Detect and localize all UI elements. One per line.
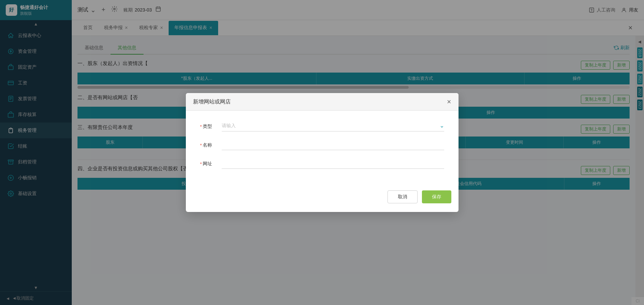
modal-type-row: * 类型 ⌄ xyxy=(200,121,444,131)
modal-type-input[interactable] xyxy=(222,121,439,130)
modal-header: 新增网站或网店 × xyxy=(186,93,459,111)
modal-field-type: * 类型 ⌄ xyxy=(200,121,444,131)
modal-name-row: * 名称 xyxy=(200,140,444,150)
modal-url-input-wrap xyxy=(222,159,444,169)
modal-name-input-wrap xyxy=(222,140,444,150)
modal-field-url: * 网址 xyxy=(200,159,444,169)
modal-url-input[interactable] xyxy=(222,159,444,167)
modal-type-input-wrap: ⌄ xyxy=(222,121,444,131)
modal-body: * 类型 ⌄ * 名称 xyxy=(186,111,459,185)
modal-title: 新增网站或网店 xyxy=(193,98,231,105)
cancel-btn[interactable]: 取消 xyxy=(387,190,418,203)
modal-url-label: * 网址 xyxy=(200,161,222,167)
modal-name-input[interactable] xyxy=(222,140,444,148)
save-btn[interactable]: 保存 xyxy=(422,190,451,203)
modal-type-label: * 类型 xyxy=(200,123,222,130)
url-required-star: * xyxy=(200,161,202,167)
modal-url-row: * 网址 xyxy=(200,159,444,169)
modal-close-btn[interactable]: × xyxy=(447,98,451,105)
modal-field-name: * 名称 xyxy=(200,140,444,150)
name-required-star: * xyxy=(200,143,202,148)
type-required-star: * xyxy=(200,124,202,129)
type-dropdown-icon[interactable]: ⌄ xyxy=(439,122,444,129)
modal-name-label: * 名称 xyxy=(200,142,222,148)
modal-overlay[interactable]: 新增网站或网店 × * 类型 ⌄ xyxy=(0,0,644,305)
modal-footer: 取消 保存 xyxy=(186,185,459,212)
modal-add-website: 新增网站或网店 × * 类型 ⌄ xyxy=(186,93,459,212)
